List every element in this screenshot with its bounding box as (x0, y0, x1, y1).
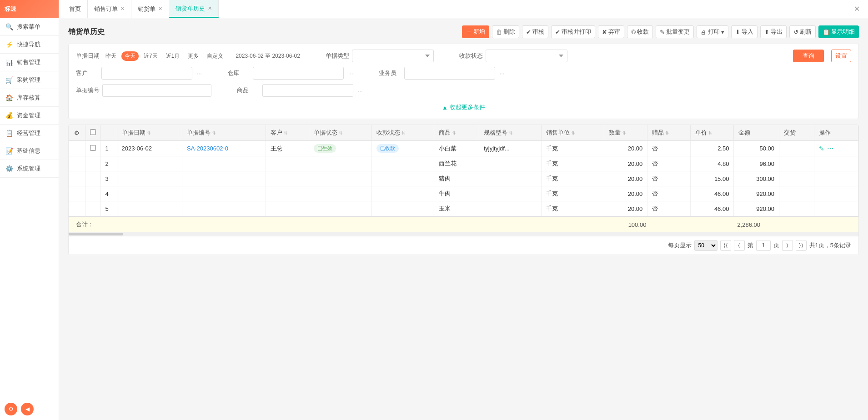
chip-more[interactable]: 更多 (185, 51, 202, 61)
sidebar-item-purchase-mgmt[interactable]: 🛒 采购管理 (0, 71, 59, 89)
refresh-button[interactable]: ↺ 刷新 (789, 25, 816, 38)
discard-button[interactable]: ✘ 弃审 (598, 25, 624, 38)
doc-no-input[interactable] (102, 84, 211, 97)
audit-print-button[interactable]: ✔ 审核并打印 (551, 25, 595, 38)
th-gear[interactable]: ⚙ (69, 125, 85, 141)
th-goods[interactable]: 商品⇅ (434, 125, 479, 141)
sidebar-item-inventory[interactable]: 🏠 库存核算 (0, 89, 59, 107)
salesperson-dots[interactable]: ··· (500, 70, 505, 77)
sidebar-item-operations[interactable]: 📋 经营管理 (0, 125, 59, 142)
tab-bar: 首页 销售订单 ✕ 销货单 ✕ 销货单历史 ✕ ✕ (59, 0, 868, 18)
page-first-btn[interactable]: ⟨⟨ (720, 240, 731, 251)
page-header: 销货单历史 ＋ 新增 🗑 删除 ✔ 审核 ✔ 审核并打印 (68, 25, 859, 38)
chip-1month[interactable]: 近1月 (163, 51, 183, 61)
tab-sales-goods[interactable]: 销货单 ✕ (131, 0, 169, 18)
horizontal-scrollbar[interactable] (69, 232, 858, 236)
td-unit: 千克 (542, 201, 604, 216)
chip-7days[interactable]: 近7天 (140, 51, 161, 61)
doc-type-select[interactable] (352, 50, 434, 62)
warehouse-dots[interactable]: ··· (348, 70, 353, 77)
tab-sales-history-close[interactable]: ✕ (208, 5, 212, 11)
tab-close-all-btn[interactable]: ✕ (849, 5, 864, 13)
warehouse-input[interactable] (253, 67, 344, 80)
th-spec[interactable]: 规格型号⇅ (479, 125, 542, 141)
th-customer[interactable]: 客户⇅ (266, 125, 309, 141)
audit-print-icon: ✔ (555, 29, 560, 35)
th-seq (100, 125, 117, 141)
batch-change-button[interactable]: ✎ 批量变更 (656, 25, 694, 38)
show-detail-button[interactable]: 📋 显示明细 (818, 25, 859, 38)
row-checkbox[interactable] (90, 145, 96, 151)
tab-home[interactable]: 首页 (63, 0, 88, 18)
export-button[interactable]: ⬆ 导出 (760, 25, 787, 38)
page-input[interactable] (756, 240, 771, 251)
tab-sales-order[interactable]: 销售订单 ✕ (88, 0, 131, 18)
filter-warehouse: 仓库 ··· (227, 67, 353, 80)
th-qty[interactable]: 数量⇅ (604, 125, 647, 141)
td-payment-status (371, 171, 434, 186)
customer-dots[interactable]: ··· (197, 70, 202, 77)
query-button[interactable]: 查询 (793, 50, 824, 62)
payment-status-select[interactable] (486, 50, 567, 62)
goods-input[interactable] (262, 84, 353, 97)
add-button[interactable]: ＋ 新增 (462, 25, 489, 38)
more-action-btn[interactable]: ⋯ (827, 145, 833, 152)
page-prev-btn[interactable]: ⟨ (734, 240, 745, 251)
scrollbar-thumb[interactable] (69, 233, 123, 235)
chip-custom[interactable]: 自定义 (204, 51, 226, 61)
sidebar-item-system-mgmt[interactable]: ⚙️ 系统管理 (0, 160, 59, 178)
collect-button[interactable]: © 收款 (627, 25, 653, 38)
td-seq: 1 (100, 141, 117, 156)
import-button[interactable]: ⬇ 导入 (731, 25, 758, 38)
settings-button[interactable]: 设置 (831, 50, 851, 62)
td-customer (266, 186, 309, 201)
edit-action-btn[interactable]: ✎ (819, 145, 824, 152)
page-next-btn[interactable]: ⟩ (782, 240, 793, 251)
th-price[interactable]: 单价⇅ (691, 125, 734, 141)
refresh-icon: ↺ (793, 29, 798, 35)
tab-sales-goods-close[interactable]: ✕ (158, 6, 162, 12)
print-button[interactable]: 🖨 打印 ▾ (697, 25, 728, 38)
sales-mgmt-icon: 📊 (5, 59, 13, 66)
th-doc-date[interactable]: 单据日期⇅ (117, 125, 182, 141)
th-gift[interactable]: 赠品⇅ (647, 125, 691, 141)
delete-button[interactable]: 🗑 删除 (492, 25, 519, 38)
customer-input[interactable] (101, 67, 192, 80)
th-payment-status[interactable]: 收款状态⇅ (371, 125, 434, 141)
sort-doc-status-icon: ⇅ (339, 130, 342, 135)
td-qty: 20.00 (604, 171, 647, 186)
page-last-btn[interactable]: ⟩⟩ (796, 240, 807, 251)
td-customer: 王总 (266, 141, 309, 156)
chip-yesterday[interactable]: 昨天 (102, 51, 120, 61)
page-title: 销货单历史 (68, 27, 105, 37)
td-qty: 20.00 (604, 201, 647, 216)
select-all-checkbox[interactable] (90, 129, 96, 135)
td-trade (779, 201, 814, 216)
sidebar-item-sales-mgmt[interactable]: 📊 销售管理 (0, 54, 59, 71)
th-doc-no[interactable]: 单据编号⇅ (182, 125, 266, 141)
sidebar-item-finance[interactable]: 💰 资金管理 (0, 107, 59, 125)
table-row: 5 玉米 千克 20.00 否 46.00 920.00 (69, 201, 858, 216)
sidebar-settings-btn[interactable]: ⚙ (5, 403, 17, 415)
sidebar-item-quick-nav[interactable]: ⚡ 快捷导航 (0, 36, 59, 54)
chip-today[interactable]: 今天 (121, 51, 139, 61)
tab-sales-history[interactable]: 销货单历史 ✕ (169, 0, 219, 18)
total-qty: 100.00 (628, 221, 647, 228)
td-payment-status: 已收款 (371, 141, 434, 156)
tab-sales-order-close[interactable]: ✕ (120, 6, 125, 12)
th-doc-status[interactable]: 单据状态⇅ (309, 125, 371, 141)
goods-dots[interactable]: ··· (358, 87, 363, 94)
td-seq: 4 (100, 186, 117, 201)
salesperson-input[interactable] (404, 67, 495, 80)
td-gear (69, 156, 85, 171)
sidebar-item-search-menu[interactable]: 🔍 搜索菜单 (0, 18, 59, 36)
sort-doc-date-icon: ⇅ (147, 130, 151, 135)
per-page-label: 每页显示 (668, 241, 692, 250)
collapse-btn[interactable]: ▲ 收起更多条件 (76, 101, 851, 113)
per-page-select[interactable]: 50 100 (694, 240, 717, 251)
sidebar-item-basic-info[interactable]: 📝 基础信息 (0, 142, 59, 160)
sidebar-collapse-btn[interactable]: ◀ (21, 403, 34, 415)
td-doc-status: 已生效 (309, 141, 371, 156)
audit-button[interactable]: ✔ 审核 (522, 25, 548, 38)
th-unit[interactable]: 销售单位⇅ (542, 125, 604, 141)
